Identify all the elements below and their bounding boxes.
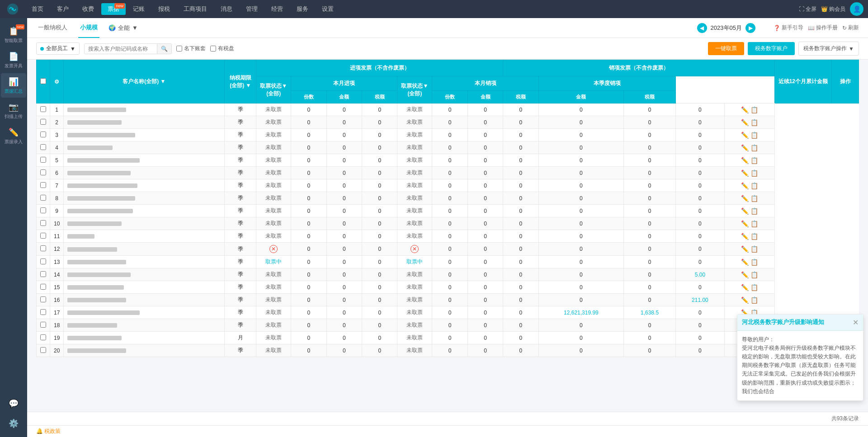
sidebar-item-config[interactable]: ⚙️ bbox=[1, 414, 26, 432]
nav-manage[interactable]: 管理 bbox=[240, 3, 264, 15]
nav-home[interactable]: 首页 bbox=[25, 3, 50, 15]
sidebar-item-invoice-open[interactable]: 📄 发票开具 bbox=[1, 48, 26, 72]
copy-icon[interactable]: 📋 bbox=[750, 220, 758, 227]
vip-btn[interactable]: 👑 购会员 bbox=[821, 5, 845, 13]
sidebar-item-invoice-summary[interactable]: 📊 票据汇总 bbox=[1, 73, 26, 98]
tax-digital-btn[interactable]: 税务数字账户 bbox=[748, 42, 795, 55]
copy-icon[interactable]: 📋 bbox=[750, 207, 758, 215]
select-all-checkbox[interactable] bbox=[40, 78, 46, 84]
edit-icon[interactable]: ✏️ bbox=[741, 182, 749, 189]
copy-icon[interactable]: 📋 bbox=[750, 233, 758, 240]
edit-icon[interactable]: ✏️ bbox=[741, 119, 749, 126]
search-btn[interactable]: 🔍 bbox=[157, 44, 171, 54]
sidebar-item-chat[interactable]: 💬 bbox=[1, 395, 26, 413]
copy-icon[interactable]: 📋 bbox=[750, 157, 758, 164]
td-quarter-amount: 0 bbox=[538, 230, 624, 243]
nav-business[interactable]: 工商项目 bbox=[177, 3, 213, 15]
prev-period-btn[interactable]: ◀ bbox=[697, 23, 707, 33]
row-checkbox[interactable] bbox=[40, 233, 46, 239]
popup-close-btn[interactable]: ✕ bbox=[853, 318, 859, 327]
td-cumulative: 0 bbox=[675, 243, 724, 256]
row-checkbox[interactable] bbox=[40, 347, 46, 353]
checkbox-accounts[interactable]: 名下账套 bbox=[176, 45, 206, 52]
edit-icon[interactable]: ✏️ bbox=[741, 144, 749, 151]
row-checkbox[interactable] bbox=[40, 309, 46, 315]
sidebar-item-scan-upload[interactable]: 📷 扫描上传 bbox=[1, 99, 26, 123]
copy-icon[interactable]: 📋 bbox=[750, 106, 758, 113]
fullscreen-btn[interactable]: ⛶ 全屏 bbox=[799, 5, 816, 13]
copy-icon[interactable]: 📋 bbox=[750, 182, 758, 189]
copy-icon[interactable]: 📋 bbox=[750, 169, 758, 177]
checkbox-tax-disk[interactable]: 有税盘 bbox=[210, 45, 234, 52]
refresh-btn[interactable]: ↻ 刷新 bbox=[842, 24, 859, 32]
sidebar-item-smart-ticket[interactable]: new 📋 智能取票 bbox=[1, 23, 26, 47]
row-checkbox[interactable] bbox=[40, 195, 46, 201]
tab-general-taxpayer[interactable]: 一般纳税人 bbox=[36, 18, 69, 38]
search-input[interactable] bbox=[85, 44, 157, 54]
copy-icon[interactable]: 📋 bbox=[750, 195, 758, 202]
nav-message[interactable]: 消息 bbox=[214, 3, 239, 15]
edit-icon[interactable]: ✏️ bbox=[741, 157, 749, 164]
row-checkbox[interactable] bbox=[40, 258, 46, 264]
copy-icon[interactable]: 📋 bbox=[750, 258, 758, 266]
copy-icon[interactable]: 📋 bbox=[750, 284, 758, 291]
checkbox-tax-disk-input[interactable] bbox=[210, 46, 216, 52]
tab-small-scale[interactable]: 小规模 bbox=[78, 18, 99, 38]
checkbox-accounts-input[interactable] bbox=[176, 46, 182, 52]
row-checkbox[interactable] bbox=[40, 334, 46, 340]
edit-icon[interactable]: ✏️ bbox=[741, 284, 749, 291]
edit-icon[interactable]: ✏️ bbox=[741, 296, 749, 304]
row-checkbox[interactable] bbox=[40, 144, 46, 150]
tax-operation-btn[interactable]: 税务数字账户操作 ▼ bbox=[798, 42, 859, 56]
row-checkbox[interactable] bbox=[40, 169, 46, 175]
row-checkbox[interactable] bbox=[40, 182, 46, 188]
nav-service[interactable]: 服务 bbox=[290, 3, 315, 15]
edit-icon[interactable]: ✏️ bbox=[741, 245, 749, 253]
copy-icon[interactable]: 📋 bbox=[750, 245, 758, 253]
next-period-btn[interactable]: ▶ bbox=[745, 23, 755, 33]
tax-policy-link[interactable]: 🔔 税政策 bbox=[27, 425, 868, 437]
manual-btn[interactable]: 📖 操作手册 bbox=[808, 24, 838, 32]
edit-icon[interactable]: ✏️ bbox=[741, 271, 749, 278]
nav-operation[interactable]: 经营 bbox=[265, 3, 289, 15]
edit-icon[interactable]: ✏️ bbox=[741, 106, 749, 113]
copy-icon[interactable]: 📋 bbox=[750, 144, 758, 151]
row-checkbox[interactable] bbox=[40, 245, 46, 251]
tab-all-wrap[interactable]: 🌍 全能 ▼ bbox=[108, 24, 138, 32]
one-key-ticket-btn[interactable]: 一键取票 bbox=[708, 42, 744, 55]
new-guide-btn[interactable]: ❓ 新手引导 bbox=[774, 24, 803, 32]
nav-fee[interactable]: 收费 bbox=[76, 3, 100, 15]
row-checkbox[interactable] bbox=[40, 207, 46, 213]
td-out-tax: 0 bbox=[503, 179, 538, 192]
edit-icon[interactable]: ✏️ bbox=[741, 233, 749, 240]
copy-icon[interactable]: 📋 bbox=[750, 271, 758, 278]
row-checkbox[interactable] bbox=[40, 132, 46, 137]
row-checkbox[interactable] bbox=[40, 157, 46, 163]
edit-icon[interactable]: ✏️ bbox=[741, 169, 749, 177]
nav-client[interactable]: 客户 bbox=[51, 3, 75, 15]
edit-icon[interactable]: ✏️ bbox=[741, 132, 749, 139]
td-actions: ✏️ 📋 bbox=[724, 116, 774, 129]
edit-icon[interactable]: ✏️ bbox=[741, 220, 749, 227]
avatar[interactable]: 👤 bbox=[850, 2, 863, 16]
row-checkbox[interactable] bbox=[40, 220, 46, 226]
row-checkbox[interactable] bbox=[40, 271, 46, 277]
copy-icon[interactable]: 📋 bbox=[750, 296, 758, 304]
nav-settings[interactable]: 设置 bbox=[316, 3, 340, 15]
row-checkbox[interactable] bbox=[40, 284, 46, 290]
sidebar-item-invoice-entry[interactable]: ✏️ 票据录入 bbox=[1, 124, 26, 148]
row-checkbox[interactable] bbox=[40, 322, 46, 328]
row-checkbox[interactable] bbox=[40, 106, 46, 112]
edit-icon[interactable]: ✏️ bbox=[741, 258, 749, 266]
row-checkbox[interactable] bbox=[40, 119, 46, 125]
edit-icon[interactable]: ✏️ bbox=[741, 195, 749, 202]
row-checkbox[interactable] bbox=[40, 296, 46, 302]
nav-accounting[interactable]: 记账 bbox=[127, 3, 151, 15]
nav-invoice[interactable]: 票据new bbox=[101, 3, 126, 15]
td-out-count: 0 bbox=[432, 205, 467, 217]
nav-tax[interactable]: 报税 bbox=[152, 3, 176, 15]
edit-icon[interactable]: ✏️ bbox=[741, 207, 749, 215]
copy-icon[interactable]: 📋 bbox=[750, 132, 758, 139]
staff-select[interactable]: 全部员工 ▼ bbox=[36, 42, 80, 55]
copy-icon[interactable]: 📋 bbox=[750, 119, 758, 126]
